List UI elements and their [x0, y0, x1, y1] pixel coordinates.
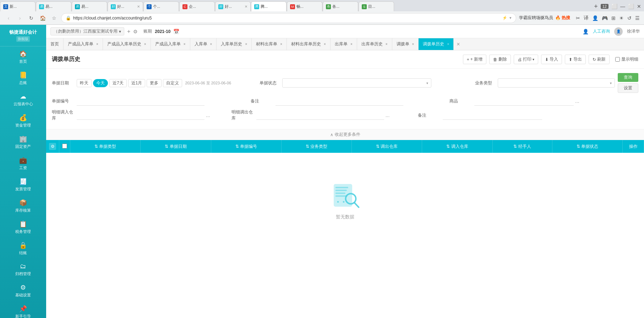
close-window-icon[interactable]: ✕ [637, 4, 641, 9]
new-btn[interactable]: + + 新增 [463, 55, 486, 64]
bookmark-btn[interactable]: ☆ [50, 14, 58, 22]
yesterday-btn[interactable]: 昨天 [77, 79, 92, 87]
sidebar-item-fixed-asset[interactable]: 🏢 固定资产 [0, 132, 46, 153]
browser-tab-11[interactable]: S 目... [359, 1, 394, 11]
select-all-checkbox[interactable] [62, 144, 67, 149]
add-company-btn[interactable]: + [127, 28, 130, 35]
url-bar[interactable]: 🔒 https://cloud.chanjet.com/accounting/u… [61, 13, 516, 23]
browser-tab-5[interactable]: 个 个... [143, 1, 179, 11]
sidebar-item-general-ledger[interactable]: 📒 总账 [0, 68, 46, 89]
sidebar-item-home[interactable]: 🏠 首页 [0, 46, 46, 68]
show-detail-checkbox[interactable] [615, 57, 620, 62]
table-header-gear[interactable]: ⚙ [46, 140, 59, 153]
more-btn[interactable]: 更多 [147, 79, 162, 87]
sidebar-item-report[interactable]: ☁ 云报表中心 [0, 89, 46, 110]
sidebar-item-salary[interactable]: 💼 工资 [0, 153, 46, 174]
query-btn[interactable]: 查询 [618, 73, 638, 82]
grid-icon[interactable]: ⊞ [611, 15, 616, 21]
sidebar-item-archive[interactable]: 🗂 归档管理 [0, 259, 46, 280]
note2-input[interactable] [443, 111, 542, 120]
tab-close-7[interactable]: ✕ [245, 5, 247, 9]
browser-tab-10[interactable]: 各 各... [323, 1, 358, 11]
company-select[interactable]: （勿删勿禁用）江西服宝测试专用 ▾ [50, 27, 124, 35]
content-tab-5-close[interactable]: × [245, 42, 247, 46]
export-btn[interactable]: ⬆ 导出 [565, 55, 586, 64]
brightness-icon[interactable]: ☀ [619, 15, 624, 21]
content-tab-11[interactable]: 调拨单历史 × [419, 38, 454, 50]
in-warehouse-dots-btn[interactable]: ... [206, 112, 210, 118]
doc-no-input[interactable] [77, 96, 204, 106]
minimize-icon[interactable]: — [620, 4, 625, 9]
import-btn[interactable]: ⬇ 导入 [541, 55, 562, 64]
history-icon[interactable]: ↺ [627, 15, 632, 21]
collapse-bar[interactable]: ∧ 收起更多条件 [46, 129, 644, 140]
consultant-label[interactable]: 人工咨询 [593, 28, 610, 34]
week-btn[interactable]: 近7天 [109, 79, 127, 87]
content-tab-2-close[interactable]: × [144, 42, 146, 46]
table-header-doc-date[interactable]: ⇅ 单据日期 [141, 140, 211, 153]
content-tab-1-close[interactable]: × [96, 42, 98, 46]
content-tab-8[interactable]: 出库单 × [331, 38, 357, 50]
refresh-btn[interactable]: ↻ 刷新 [589, 55, 610, 64]
browser-tab-2[interactable]: 易 易... [36, 1, 71, 11]
sidebar-item-fund[interactable]: 💰 资金管理 [0, 110, 46, 132]
maximize-icon[interactable]: ⬜ [628, 4, 634, 9]
sidebar-item-tax[interactable]: 📋 税务管理 [0, 217, 46, 238]
sidebar-item-close[interactable]: 🔒 结账 [0, 238, 46, 259]
tab-close-4[interactable]: ✕ [137, 5, 140, 9]
menu-icon[interactable]: ☰ [635, 15, 640, 21]
goods-input[interactable] [474, 96, 574, 106]
content-tab-9-close[interactable]: × [386, 42, 388, 46]
note-input[interactable] [275, 96, 403, 106]
filter-settings-btn[interactable]: 设置 [618, 83, 638, 93]
content-tab-home[interactable]: 首页 [46, 38, 64, 50]
biz-type-select[interactable]: ▾ [498, 78, 615, 88]
table-header-biz-type[interactable]: ⇅ 业务类型 [281, 140, 351, 153]
new-tab-btn[interactable]: + [594, 3, 598, 10]
forward-btn[interactable]: › [16, 14, 24, 22]
content-tab-3[interactable]: 产成品入库单 × [151, 38, 190, 50]
content-tab-10[interactable]: 调拨单 × [392, 38, 419, 50]
sidebar-item-guide[interactable]: 📌 新手引导 [0, 301, 46, 318]
browser-tab-6[interactable]: C 企... [179, 1, 215, 11]
content-tab-8-close[interactable]: × [350, 42, 353, 46]
sidebar-item-basic[interactable]: ⚙ 基础设置 [0, 280, 46, 301]
tab-list-icon[interactable]: ⬜ [611, 4, 617, 9]
browser-tab-3[interactable]: 易 易... [72, 1, 107, 11]
out-warehouse-dots-btn[interactable]: ... [386, 112, 390, 118]
content-tab-5[interactable]: 入库单历史 × [217, 38, 252, 50]
content-tab-3-close[interactable]: × [184, 42, 186, 46]
browser-tab-8[interactable]: 腾 腾... [251, 1, 286, 11]
sidebar-item-invoice[interactable]: 🧾 发票管理 [0, 174, 46, 195]
url-dropdown-icon[interactable]: ▾ [509, 16, 512, 20]
content-tab-7[interactable]: 材料出库单历史 × [287, 38, 331, 50]
table-header-checkbox[interactable] [59, 140, 70, 153]
content-tab-10-close[interactable]: × [412, 42, 414, 46]
print-btn[interactable]: 🖨 打印 ▾ [514, 55, 538, 64]
table-header-in-warehouse[interactable]: ⇅ 调入仓库 [422, 140, 492, 153]
translate-icon[interactable]: 译 [584, 15, 589, 21]
content-tab-11-close[interactable]: × [447, 42, 449, 46]
table-header-doc-status[interactable]: ⇅ 单据状态 [552, 140, 622, 153]
content-tab-4-close[interactable]: × [210, 42, 212, 46]
month-btn[interactable]: 近1月 [128, 79, 146, 87]
table-header-doc-no[interactable]: ⇅ 单据编号 [211, 140, 281, 153]
cut-icon[interactable]: ✂ [576, 15, 580, 21]
table-header-handler[interactable]: ⇅ 经手人 [492, 140, 552, 153]
table-header-out-warehouse[interactable]: ⇅ 调出仓库 [352, 140, 422, 153]
browser-tab-7[interactable]: 好 好... ✕ [215, 1, 251, 11]
sidebar-item-inventory[interactable]: 📦 库存核算 [0, 195, 46, 217]
table-header-doc-type[interactable]: ⇅ 单据类型 [70, 140, 141, 153]
goods-dots-btn[interactable]: ... [575, 98, 579, 104]
content-tab-1[interactable]: 产成品入库单 × [64, 38, 103, 50]
calendar-icon[interactable]: 📅 [173, 29, 179, 34]
user-icon[interactable]: 👤 [592, 15, 598, 21]
in-warehouse-input[interactable] [77, 111, 204, 120]
delete-btn[interactable]: 🗑 删除 [489, 55, 511, 64]
content-tab-7-close[interactable]: × [324, 42, 326, 46]
content-tab-6[interactable]: 材料出库单 × [252, 38, 287, 50]
close-all-tabs-btn[interactable]: × [454, 41, 463, 48]
content-tab-4[interactable]: 入库单 × [190, 38, 217, 50]
out-warehouse-input[interactable] [256, 111, 384, 120]
home-browser-btn[interactable]: 🏠 [38, 14, 47, 22]
